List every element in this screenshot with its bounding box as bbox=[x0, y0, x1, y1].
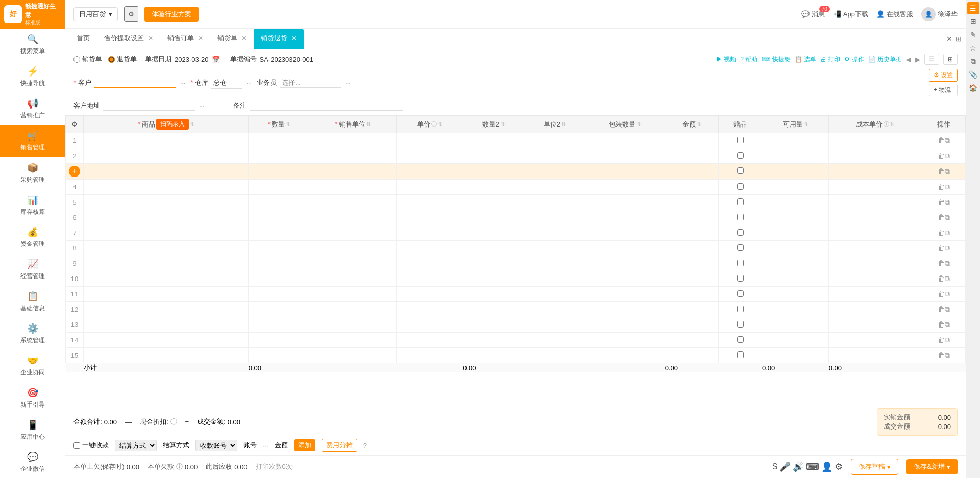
gift-checkbox-12[interactable] bbox=[719, 302, 762, 317]
settings2-icon[interactable]: ⚙ bbox=[835, 461, 843, 472]
expense-split-button[interactable]: 费用分摊 bbox=[322, 439, 357, 452]
cell-1-2[interactable] bbox=[396, 133, 463, 148]
sidebar-item-quick-nav[interactable]: ⚡ 快捷导航 bbox=[0, 61, 65, 93]
gift-checkbox-8[interactable] bbox=[719, 241, 762, 256]
delete-row-button-4[interactable]: 🗑 bbox=[938, 183, 945, 191]
cell-2-1[interactable] bbox=[309, 148, 397, 164]
gift-checkbox-10[interactable] bbox=[719, 271, 762, 287]
salesperson-picker-button[interactable]: ··· bbox=[345, 79, 351, 87]
copy-row-button-12[interactable]: ⧉ bbox=[945, 305, 950, 314]
cell-10-1[interactable] bbox=[309, 271, 397, 287]
cell-13-5[interactable] bbox=[585, 317, 665, 333]
gift-checkbox-2[interactable] bbox=[719, 148, 762, 164]
delete-row-button-1[interactable]: 🗑 bbox=[938, 136, 945, 144]
cell-12-2[interactable] bbox=[396, 302, 463, 317]
sidebar-item-marketing[interactable]: 📢 营销推广 bbox=[0, 93, 65, 125]
cell-15-6[interactable] bbox=[665, 348, 719, 363]
cell-1-5[interactable] bbox=[585, 133, 665, 148]
product-cell-7[interactable] bbox=[84, 225, 249, 241]
cell-11-3[interactable] bbox=[463, 287, 524, 302]
sidebar-item-purchase[interactable]: 📦 采购管理 bbox=[0, 157, 65, 189]
gift-checkbox-9[interactable] bbox=[719, 256, 762, 271]
cell-9-2[interactable] bbox=[396, 256, 463, 271]
tab-sales-return[interactable]: 销货退货 ✕ bbox=[254, 29, 304, 49]
cell-4-1[interactable] bbox=[309, 180, 397, 195]
cell-9-5[interactable] bbox=[585, 256, 665, 271]
sidebar-item-sales[interactable]: 🛒 销售管理 bbox=[0, 125, 65, 157]
message-button[interactable]: 💬 消息 70 bbox=[801, 10, 825, 19]
cell-1-6[interactable] bbox=[665, 133, 719, 148]
cell-8-3[interactable] bbox=[463, 241, 524, 256]
print-link[interactable]: 🖨 打印 bbox=[820, 55, 840, 64]
product-cell-12[interactable] bbox=[84, 302, 249, 317]
cell-11-2[interactable] bbox=[396, 287, 463, 302]
gift-checkbox-1[interactable] bbox=[719, 133, 762, 148]
cell-7-6[interactable] bbox=[665, 225, 719, 241]
copy-row-button-2[interactable]: ⧉ bbox=[945, 152, 950, 160]
cell-4-4[interactable] bbox=[524, 180, 585, 195]
delete-row-button-12[interactable]: 🗑 bbox=[938, 305, 945, 313]
keyboard-icon[interactable]: ⌨ bbox=[806, 461, 819, 472]
account-dots[interactable]: ··· bbox=[263, 442, 268, 449]
cell-4-6[interactable] bbox=[665, 180, 719, 195]
cell-4-0[interactable] bbox=[249, 180, 309, 195]
cell-7-1[interactable] bbox=[309, 225, 397, 241]
cell-3-2[interactable] bbox=[396, 164, 463, 180]
cell-6-4[interactable] bbox=[524, 210, 585, 225]
cell-7-5[interactable] bbox=[585, 225, 665, 241]
cell-15-4[interactable] bbox=[524, 348, 585, 363]
gift-checkbox-4[interactable] bbox=[719, 180, 762, 195]
cell-10-4[interactable] bbox=[524, 271, 585, 287]
salesperson-input[interactable] bbox=[280, 78, 341, 88]
cell-8-0[interactable] bbox=[249, 241, 309, 256]
app-download-button[interactable]: 📲 App下载 bbox=[833, 10, 868, 19]
product-sort-icon[interactable]: ⇅ bbox=[190, 121, 194, 127]
shortcut-link[interactable]: ⌨ 快捷键 bbox=[762, 55, 790, 64]
cell-9-0[interactable] bbox=[249, 256, 309, 271]
sidebar-item-base-info[interactable]: 📋 基础信息 bbox=[0, 286, 65, 318]
copy-row-button-5[interactable]: ⧉ bbox=[945, 198, 950, 207]
expense-help-icon[interactable]: ? bbox=[363, 442, 367, 449]
unit2-sort-icon[interactable]: ⇅ bbox=[561, 121, 566, 127]
cell-8-5[interactable] bbox=[585, 241, 665, 256]
add-row-button[interactable]: + bbox=[69, 166, 80, 177]
copy-row-button-10[interactable]: ⧉ bbox=[945, 274, 950, 283]
cell-13-2[interactable] bbox=[396, 317, 463, 333]
nav-next-icon[interactable]: ▶ bbox=[915, 56, 920, 63]
cell-2-4[interactable] bbox=[524, 148, 585, 164]
note-input[interactable] bbox=[250, 100, 403, 111]
cell-11-6[interactable] bbox=[665, 287, 719, 302]
pack-sort-icon[interactable]: ⇅ bbox=[636, 121, 641, 127]
product-cell-1[interactable] bbox=[84, 133, 249, 148]
delete-row-button-3[interactable]: 🗑 bbox=[938, 167, 945, 175]
rp-star[interactable]: ☆ bbox=[967, 42, 979, 54]
cell-14-5[interactable] bbox=[585, 333, 665, 348]
cost-sort-icon[interactable]: ⇅ bbox=[890, 121, 894, 127]
cell-7-3[interactable] bbox=[463, 225, 524, 241]
sidebar-item-app-center[interactable]: 📱 应用中心 bbox=[0, 414, 65, 446]
delete-row-button-8[interactable]: 🗑 bbox=[938, 244, 945, 252]
delete-row-button-15[interactable]: 🗑 bbox=[938, 351, 945, 359]
cell-6-2[interactable] bbox=[396, 210, 463, 225]
customer-picker-button[interactable]: ··· bbox=[180, 79, 186, 87]
cell-7-0[interactable] bbox=[249, 225, 309, 241]
cell-11-5[interactable] bbox=[585, 287, 665, 302]
copy-row-button-11[interactable]: ⧉ bbox=[945, 290, 950, 298]
copy-row-button-15[interactable]: ⧉ bbox=[945, 351, 950, 360]
customer-input[interactable] bbox=[94, 78, 176, 88]
cell-5-1[interactable] bbox=[309, 195, 397, 210]
cell-2-6[interactable] bbox=[665, 148, 719, 164]
cell-11-4[interactable] bbox=[524, 287, 585, 302]
cell-12-5[interactable] bbox=[585, 302, 665, 317]
cell-7-4[interactable] bbox=[524, 225, 585, 241]
cell-12-3[interactable] bbox=[463, 302, 524, 317]
address-input[interactable] bbox=[103, 100, 195, 111]
nav-prev-icon[interactable]: ◀ bbox=[906, 56, 911, 63]
rp-copy[interactable]: ⧉ bbox=[967, 55, 979, 67]
cell-3-0[interactable] bbox=[249, 164, 309, 180]
cell-13-1[interactable] bbox=[309, 317, 397, 333]
scan-button[interactable]: 扫码录入 bbox=[156, 119, 189, 130]
sidebar-item-search[interactable]: 🔍 搜索菜单 bbox=[0, 29, 65, 61]
tab-price-settings-close[interactable]: ✕ bbox=[148, 35, 153, 42]
tab-sales-delivery[interactable]: 销货单 ✕ bbox=[210, 29, 254, 49]
